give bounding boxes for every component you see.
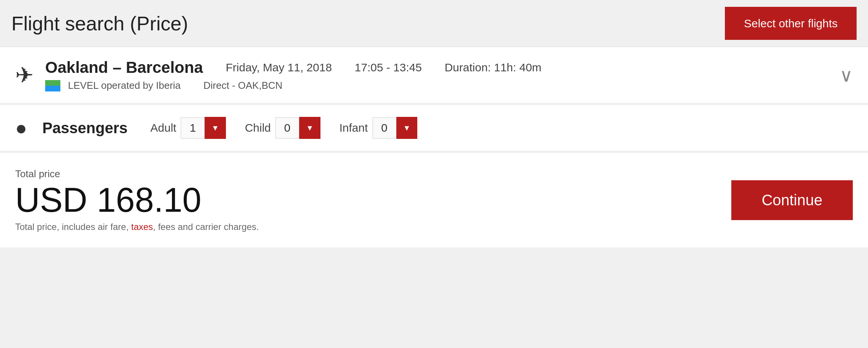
passengers-label: Passengers [42, 120, 128, 137]
passengers-section: ● Passengers Adult 1 ▼ Child 0 ▼ Infant … [0, 105, 868, 153]
price-section: Total price USD 168.10 Total price, incl… [0, 153, 868, 247]
adult-label: Adult [150, 121, 176, 134]
chevron-down-icon: ▼ [306, 124, 314, 132]
chevron-down-icon: ▼ [211, 124, 219, 132]
adult-count: 1 [181, 117, 205, 139]
page-title: Flight search (Price) [11, 12, 188, 35]
flight-route: Oakland – Barcelona [45, 58, 203, 77]
price-note-after: , fees and carrier charges. [153, 222, 259, 232]
flight-info-section: ✈ Oakland – Barcelona Friday, May 11, 20… [0, 47, 868, 105]
infant-passenger-group: Infant 0 ▼ [339, 117, 418, 139]
price-note: Total price, includes air fare, taxes, f… [15, 222, 259, 232]
airline-name: LEVEL operated by Iberia [68, 80, 181, 91]
airline-logo [45, 80, 60, 91]
chevron-down-icon: ▼ [403, 124, 411, 132]
price-amount: USD 168.10 [15, 183, 259, 217]
person-icon: ● [15, 117, 27, 139]
child-label: Child [245, 121, 271, 134]
adult-dropdown-button[interactable]: ▼ [205, 117, 226, 139]
flight-duration: Duration: 11h: 40m [445, 61, 541, 74]
total-price-label: Total price [15, 168, 259, 180]
flight-times: 17:05 - 13:45 [355, 61, 422, 74]
infant-label: Infant [339, 121, 368, 134]
infant-dropdown-button[interactable]: ▼ [396, 117, 418, 139]
child-passenger-group: Child 0 ▼ [245, 117, 320, 139]
flight-details: Oakland – Barcelona Friday, May 11, 2018… [45, 58, 840, 91]
select-other-flights-button[interactable]: Select other flights [725, 7, 857, 40]
price-note-before: Total price, includes air fare, [15, 222, 131, 232]
flight-date: Friday, May 11, 2018 [226, 61, 332, 74]
child-count: 0 [275, 117, 299, 139]
expand-flight-chevron-icon[interactable]: ∨ [840, 65, 853, 86]
taxes-link[interactable]: taxes [131, 222, 153, 232]
adult-passenger-group: Adult 1 ▼ [150, 117, 226, 139]
price-info: Total price USD 168.10 Total price, incl… [15, 168, 259, 232]
header: Flight search (Price) Select other fligh… [0, 0, 868, 47]
infant-count: 0 [372, 117, 396, 139]
plane-icon: ✈ [15, 62, 34, 88]
flight-sub-row: LEVEL operated by Iberia Direct - OAK,BC… [45, 80, 840, 91]
flight-direct: Direct - OAK,BCN [204, 80, 282, 91]
continue-button[interactable]: Continue [731, 180, 853, 220]
flight-route-row: Oakland – Barcelona Friday, May 11, 2018… [45, 58, 840, 77]
child-dropdown-button[interactable]: ▼ [299, 117, 320, 139]
